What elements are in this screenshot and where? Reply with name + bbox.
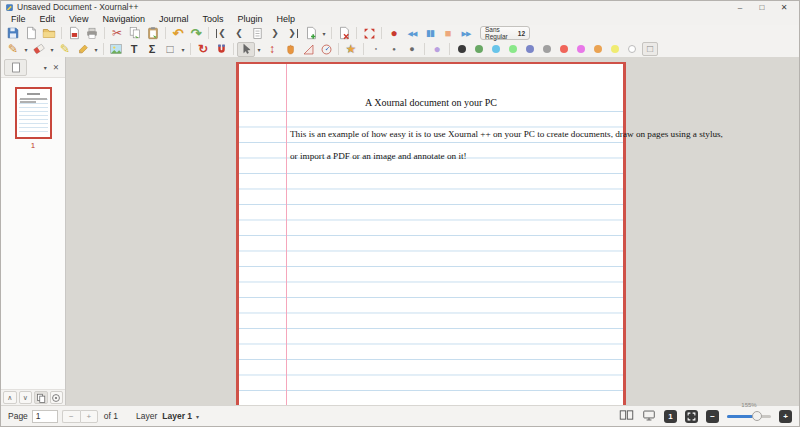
marker-tool-button[interactable] (74, 42, 92, 57)
menu-view[interactable]: View (62, 14, 95, 24)
menu-journal[interactable]: Journal (152, 14, 196, 24)
fullscreen-button[interactable] (360, 26, 378, 41)
zoom-slider-track[interactable] (727, 415, 771, 418)
delete-page-button[interactable] (335, 26, 353, 41)
new-document-button[interactable] (22, 26, 40, 41)
page-decrement-button[interactable]: − (62, 410, 80, 423)
select-dropdown[interactable]: ▾ (255, 42, 263, 57)
marker-dropdown[interactable]: ▾ (92, 42, 100, 57)
move-page-down-button[interactable]: ∨ (19, 391, 33, 404)
last-page-button[interactable]: ❯ (284, 26, 302, 41)
vertical-space-button[interactable]: ↕ (263, 42, 281, 57)
setsquare-button[interactable] (299, 42, 317, 57)
rewind-audio-button[interactable]: ◀◀ (403, 26, 421, 41)
zoom-slider[interactable]: 155% (727, 409, 771, 423)
open-button[interactable] (40, 26, 58, 41)
grid-snapping-button[interactable] (212, 42, 230, 57)
thickness-fine-button[interactable]: ● (367, 42, 385, 57)
page-number-input[interactable]: 1 (32, 410, 58, 423)
color-swatch-red[interactable] (560, 45, 568, 53)
pen-tool-button[interactable]: ✎ (4, 42, 22, 57)
pause-audio-button[interactable]: ▮▮ (421, 26, 439, 41)
maximize-button[interactable]: □ (751, 3, 773, 12)
highlighter-tool-button[interactable]: ✎ (56, 42, 74, 57)
eraser-tool-button[interactable] (30, 42, 48, 57)
sidebar-dropdown[interactable]: ▾ (41, 64, 50, 71)
hand-tool-button[interactable] (281, 42, 299, 57)
page-thumbnail[interactable] (15, 87, 52, 139)
color-swatch-magenta[interactable] (577, 45, 585, 53)
menu-file[interactable]: File (4, 14, 33, 24)
layer-select[interactable]: Layer 1 (162, 411, 192, 421)
goto-page-button[interactable] (248, 26, 266, 41)
pair-pages-button[interactable] (619, 409, 634, 423)
close-button[interactable]: ✕ (773, 3, 795, 12)
zoom-slider-thumb[interactable] (752, 411, 762, 421)
thickness-medium-icon: ● (392, 46, 396, 52)
redo-button[interactable]: ↷ (187, 26, 205, 41)
color-swatch-green[interactable] (475, 45, 483, 53)
color-swatch-lightgreen[interactable] (509, 45, 517, 53)
paste-button[interactable] (144, 26, 162, 41)
thickness-fine-icon: ● (375, 47, 377, 51)
menu-help[interactable]: Help (270, 14, 303, 24)
color-swatch-yellow[interactable] (611, 45, 619, 53)
pen-dropdown[interactable]: ▾ (22, 42, 30, 57)
color-picker-button[interactable]: □ (642, 42, 658, 56)
minimize-button[interactable]: – (729, 3, 751, 12)
font-button[interactable]: Sans Regular 12 (480, 26, 530, 40)
page-increment-button[interactable]: + (80, 410, 98, 423)
zoom-fit-button[interactable] (685, 410, 698, 423)
menu-tools[interactable]: Tools (195, 14, 230, 24)
compass-button[interactable] (317, 42, 335, 57)
menu-plugin[interactable]: Plugin (230, 14, 269, 24)
menu-navigation[interactable]: Navigation (95, 14, 152, 24)
color-swatch-gray[interactable] (543, 45, 551, 53)
text-tool-button[interactable]: T (125, 42, 143, 57)
color-swatch-white[interactable] (628, 45, 636, 53)
copy-page-button[interactable] (34, 391, 48, 404)
undo-button[interactable]: ↶ (169, 26, 187, 41)
single-page-view-button[interactable]: 1 (664, 410, 677, 423)
next-page-button[interactable]: ❯ (266, 26, 284, 41)
document-canvas[interactable]: A Xournal document on your PC This is an… (66, 57, 799, 405)
cut-button[interactable]: ✂ (108, 26, 126, 41)
thickness-medium-button[interactable]: ● (385, 42, 403, 57)
zoom-out-button[interactable]: − (706, 410, 719, 423)
eraser-dropdown[interactable]: ▾ (48, 42, 56, 57)
stop-audio-button[interactable]: ■ (439, 26, 457, 41)
export-pdf-button[interactable] (65, 26, 83, 41)
first-page-button[interactable]: ❮ (212, 26, 230, 41)
copy-button[interactable] (126, 26, 144, 41)
spline-tool-button[interactable]: ★ (342, 42, 360, 57)
document-page[interactable]: A Xournal document on your PC This is an… (236, 62, 626, 405)
thickness-thick-button[interactable]: ● (403, 42, 421, 57)
new-page-button[interactable] (302, 26, 320, 41)
layer-dropdown-icon[interactable]: ▾ (196, 413, 199, 420)
color-swatch-lightblue[interactable] (492, 45, 500, 53)
shape-dropdown[interactable]: ▾ (179, 42, 187, 57)
insert-image-button[interactable] (107, 42, 125, 57)
sidebar-close-icon[interactable]: ✕ (50, 63, 62, 72)
shape-tool-button[interactable]: □ (161, 42, 179, 57)
goto-target-button[interactable] (50, 391, 64, 404)
current-color-button[interactable]: ● (428, 42, 446, 57)
math-tex-button[interactable]: Σ (143, 42, 161, 57)
previous-page-button[interactable]: ❮ (230, 26, 248, 41)
color-swatch-blue[interactable] (526, 45, 534, 53)
forward-audio-button[interactable]: ▶▶ (457, 26, 475, 41)
record-audio-button[interactable]: ● (385, 26, 403, 41)
select-tool-button[interactable] (237, 42, 255, 57)
new-page-dropdown[interactable]: ▾ (320, 26, 328, 41)
color-swatch-orange[interactable] (594, 45, 602, 53)
print-button[interactable] (83, 26, 101, 41)
color-swatch-black[interactable] (458, 45, 466, 53)
zoom-in-button[interactable]: + (779, 410, 792, 423)
rotation-snapping-button[interactable]: ↻ (194, 42, 212, 57)
tab-page-preview[interactable] (4, 59, 27, 76)
save-button[interactable] (4, 26, 22, 41)
move-page-up-button[interactable]: ∧ (3, 391, 17, 404)
undo-icon: ↶ (173, 27, 184, 40)
presentation-mode-button[interactable] (642, 409, 656, 424)
menu-edit[interactable]: Edit (33, 14, 63, 24)
